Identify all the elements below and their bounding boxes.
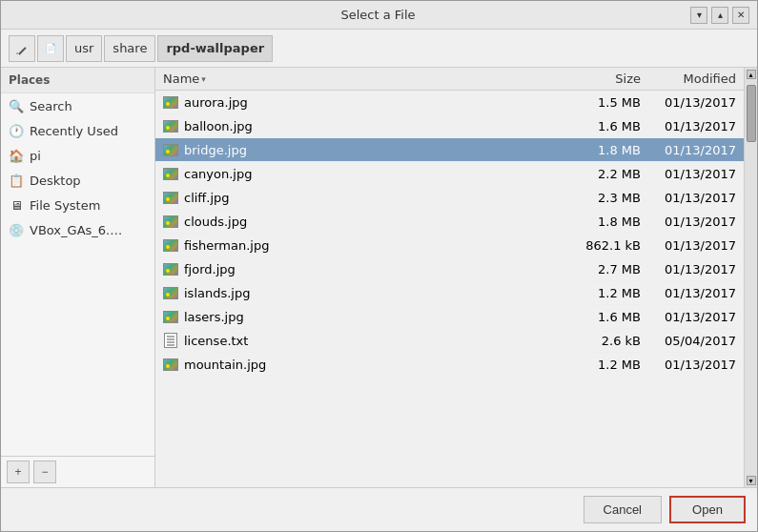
file-name: fjord.jpg — [184, 262, 236, 276]
file-table[interactable]: Name ▾ Size Modified — [155, 68, 744, 487]
breadcrumb-bar: 📄 usr share rpd-wallpaper — [1, 30, 757, 68]
file-modified: 01/13/2017 — [648, 281, 744, 305]
sidebar-item-home[interactable]: 🏠 pi — [1, 143, 154, 168]
file-modified: 01/13/2017 — [648, 138, 744, 162]
dialog-footer: Cancel Open — [1, 487, 757, 531]
sidebar-item-home-label: pi — [30, 149, 41, 163]
file-size: 1.2 MB — [572, 281, 648, 305]
image-file-icon — [163, 358, 178, 371]
sidebar-footer: + − — [1, 456, 154, 487]
file-dialog: Select a File ▾ ▴ ✕ 📄 usr share rpd-wall… — [0, 0, 758, 532]
breadcrumb-rpd-wallpaper[interactable]: rpd-wallpaper — [157, 35, 273, 62]
table-row[interactable]: aurora.jpg1.5 MB01/13/2017 — [155, 91, 744, 114]
table-row[interactable]: mountain.jpg1.2 MB01/13/2017 — [155, 353, 744, 377]
file-modified: 01/13/2017 — [648, 186, 744, 210]
optical-icon: 💿 — [9, 222, 24, 237]
table-row[interactable]: clouds.jpg1.8 MB01/13/2017 — [155, 210, 744, 234]
file-modified: 01/13/2017 — [648, 305, 744, 329]
table-row[interactable]: license.txt2.6 kB05/04/2017 — [155, 329, 744, 353]
file-size: 1.6 MB — [572, 305, 648, 329]
table-row[interactable]: fisherman.jpg862.1 kB01/13/2017 — [155, 234, 744, 257]
file-modified: 01/13/2017 — [648, 162, 744, 186]
file-size: 2.6 kB — [572, 329, 648, 353]
column-name[interactable]: Name ▾ — [155, 68, 572, 91]
file-name: bridge.jpg — [184, 143, 247, 157]
home-icon: 🏠 — [9, 148, 24, 163]
svg-marker-1 — [16, 52, 18, 54]
table-row[interactable]: balloon.jpg1.6 MB01/13/2017 — [155, 114, 744, 138]
sidebar-item-filesystem[interactable]: 🖥 File System — [1, 193, 154, 217]
file-size: 862.1 kB — [572, 234, 648, 257]
cancel-button[interactable]: Cancel — [584, 496, 662, 523]
file-modified: 01/13/2017 — [648, 234, 744, 257]
add-bookmark-button[interactable]: + — [7, 460, 30, 483]
file-area-outer: Name ▾ Size Modified — [155, 68, 757, 487]
edit-path-button[interactable] — [9, 35, 35, 62]
file-name: islands.jpg — [184, 286, 250, 300]
sidebar-item-desktop-label: Desktop — [30, 174, 81, 188]
file-name: lasers.jpg — [184, 310, 244, 324]
back-button[interactable]: 📄 — [37, 35, 64, 62]
image-file-icon — [163, 144, 178, 156]
file-size: 2.2 MB — [572, 162, 648, 186]
svg-rect-0 — [18, 47, 26, 54]
remove-bookmark-button[interactable]: − — [33, 460, 56, 483]
scrollbar[interactable]: ▴ ▾ — [744, 68, 757, 487]
sidebar-item-search[interactable]: 🔍 Search — [1, 93, 154, 118]
dialog-title: Select a File — [66, 8, 690, 22]
open-button[interactable]: Open — [669, 496, 746, 523]
file-area: Name ▾ Size Modified — [155, 68, 744, 487]
image-file-icon — [163, 311, 178, 323]
scroll-down-button[interactable]: ▾ — [747, 476, 756, 485]
file-modified: 01/13/2017 — [648, 91, 744, 114]
file-name: mountain.jpg — [184, 358, 266, 372]
file-modified: 01/13/2017 — [648, 257, 744, 281]
titlebar: Select a File ▾ ▴ ✕ — [1, 1, 757, 30]
main-content: Places 🔍 Search 🕐 Recently Used 🏠 pi 📋 D… — [1, 68, 757, 487]
minimize-button[interactable]: ▾ — [690, 7, 707, 24]
file-size: 2.3 MB — [572, 186, 648, 210]
sidebar-item-recently-used-label: Recently Used — [30, 124, 118, 138]
image-file-icon — [163, 287, 178, 299]
table-row[interactable]: canyon.jpg2.2 MB01/13/2017 — [155, 162, 744, 186]
column-size[interactable]: Size — [572, 68, 648, 91]
sidebar-item-recently-used[interactable]: 🕐 Recently Used — [1, 118, 154, 143]
pencil-icon — [15, 42, 29, 55]
file-name: cliff.jpg — [184, 191, 230, 205]
column-modified[interactable]: Modified — [648, 68, 744, 91]
file-size: 1.6 MB — [572, 114, 648, 138]
image-file-icon — [163, 215, 178, 228]
file-size: 1.8 MB — [572, 138, 648, 162]
breadcrumb-usr[interactable]: usr — [66, 35, 102, 62]
sidebar: Places 🔍 Search 🕐 Recently Used 🏠 pi 📋 D… — [1, 68, 155, 487]
file-size: 1.8 MB — [572, 210, 648, 234]
table-row[interactable]: cliff.jpg2.3 MB01/13/2017 — [155, 186, 744, 210]
file-size: 2.7 MB — [572, 257, 648, 281]
close-button[interactable]: ✕ — [732, 7, 749, 24]
desktop-icon: 📋 — [9, 173, 24, 188]
sidebar-item-optical[interactable]: 💿 VBox_GAs_6.1.... — [1, 217, 154, 242]
window-controls: ▾ ▴ ✕ — [690, 7, 749, 24]
file-name: balloon.jpg — [184, 119, 253, 133]
table-row[interactable]: lasers.jpg1.6 MB01/13/2017 — [155, 305, 744, 329]
clock-icon: 🕐 — [9, 123, 24, 138]
breadcrumb-share[interactable]: share — [104, 35, 155, 62]
file-size: 1.5 MB — [572, 91, 648, 114]
maximize-button[interactable]: ▴ — [711, 7, 728, 24]
scroll-up-button[interactable]: ▴ — [747, 70, 756, 79]
search-icon: 🔍 — [9, 98, 24, 113]
file-name: clouds.jpg — [184, 215, 247, 229]
image-file-icon — [163, 239, 178, 252]
sidebar-item-desktop[interactable]: 📋 Desktop — [1, 168, 154, 193]
file-modified: 05/04/2017 — [648, 329, 744, 353]
sort-indicator: ▾ — [201, 74, 206, 84]
file-name: canyon.jpg — [184, 167, 253, 181]
file-name: aurora.jpg — [184, 95, 248, 110]
table-row[interactable]: bridge.jpg1.8 MB01/13/2017 — [155, 138, 744, 162]
sidebar-header: Places — [1, 68, 154, 93]
file-name: fisherman.jpg — [184, 238, 269, 253]
file-name: license.txt — [184, 334, 248, 348]
table-row[interactable]: fjord.jpg2.7 MB01/13/2017 — [155, 257, 744, 281]
table-row[interactable]: islands.jpg1.2 MB01/13/2017 — [155, 281, 744, 305]
scrollbar-thumb[interactable] — [747, 85, 756, 142]
